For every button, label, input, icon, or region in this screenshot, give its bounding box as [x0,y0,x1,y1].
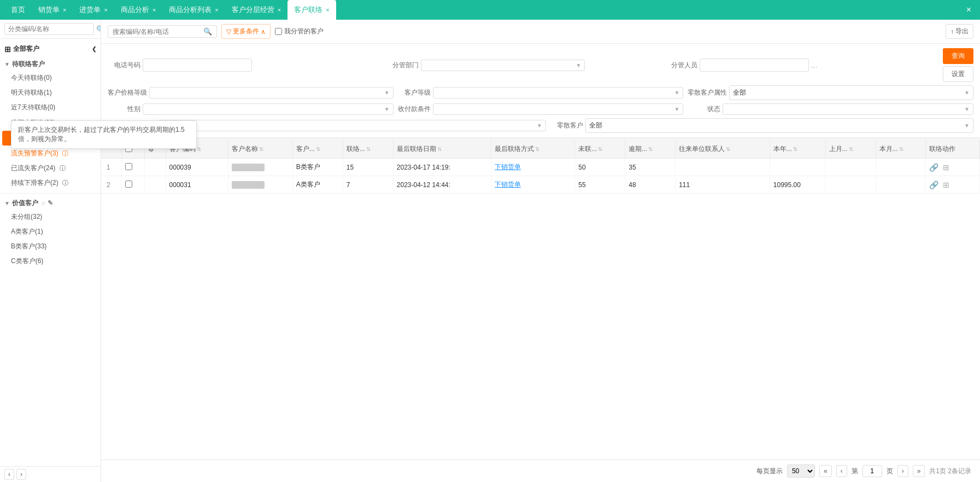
sort-contact-icon[interactable]: ⇅ [366,146,371,152]
retail-customer-select[interactable]: 全部 ▼ [585,118,973,133]
filter-person: 分管人员 ... [665,59,938,72]
sort-code-icon[interactable]: ⇅ [197,146,201,152]
nav-customer-segmentation[interactable]: 客户分层经营 × [225,0,287,20]
per-page-select[interactable]: 50 10 20 100 [787,464,815,478]
prev-page-button[interactable]: ‹ [836,465,847,477]
sidebar-item-class-b[interactable]: B类客户(33) [0,239,101,254]
close-product-analysis-icon[interactable]: × [152,0,156,20]
sort-overdue-icon[interactable]: ⇅ [648,146,653,152]
td-last-method: 下销货单 [491,176,575,194]
last-page-button[interactable]: » [913,465,925,477]
sidebar-item-unclassified[interactable]: 未分组(32) [0,210,101,224]
settings-button[interactable]: 设置 [943,66,973,82]
sort-year-icon[interactable]: ⇅ [793,146,797,152]
table-row: 1 000039 B类客户 15 2023-04-17 14:19: 下销货单 [101,159,980,176]
row-checkbox-2[interactable] [125,181,132,188]
payment-select[interactable]: ▼ [433,103,684,115]
phone-input[interactable] [143,59,252,72]
sidebar-item-7days-pending[interactable]: 近7天待联络(0) [0,100,101,115]
my-customers-checkbox[interactable] [275,28,282,35]
more-filter-button[interactable]: ▽ 更多条件 ∧ [221,24,271,39]
filter-retail-customer: 零散客户 全部 ▼ [550,118,973,133]
sort-name-icon[interactable]: ⇅ [259,146,263,152]
first-page-button[interactable]: « [819,465,832,477]
sidebar-item-lost[interactable]: 已流失客户(24) ⓘ [0,161,101,176]
window-close-button[interactable]: × [962,5,976,15]
sort-type-icon[interactable]: ⇅ [316,146,320,152]
person-more-icon[interactable]: ... [809,61,820,69]
sidebar-item-tomorrow-pending[interactable]: 明天待联络(1) [0,85,101,100]
grid-action-icon-2[interactable]: ⊞ [943,181,949,189]
lost-preview-info-icon[interactable]: ⓘ [62,150,68,156]
close-sales-order-icon[interactable]: × [63,0,66,20]
lost-info-icon[interactable]: ⓘ [60,165,66,171]
sort-this-month-icon[interactable]: ⇅ [899,146,903,152]
person-input[interactable] [700,59,809,72]
sidebar-item-declining[interactable]: 持续下滑客户(2) ⓘ [0,176,101,190]
nav-customer-contact[interactable]: 客户联络 × [287,0,336,20]
link-action-icon-1[interactable]: 🔗 [929,163,938,172]
sidebar-item-class-c[interactable]: C类客户(6) [0,254,101,269]
table-row: 2 000031 A类客户 7 2023-04-12 14:44: 下销货单 [101,176,980,194]
nav-sales-order[interactable]: 销货单 × [32,0,73,20]
th-name: 客户名称 ⇅ [228,140,293,159]
customer-level-select[interactable]: ▼ [433,87,684,98]
close-product-analysis-list-icon[interactable]: × [215,0,218,20]
sort-uncontacted-icon[interactable]: ⇅ [598,146,602,152]
close-customer-segmentation-icon[interactable]: × [278,0,281,20]
search-icon[interactable]: 🔍 [203,27,212,36]
sidebar-content: ⊞ 全部客户 ❮ ▼ 待联络客户 今天待联络(0) 明天待联络(1) 近7天待联… [0,39,101,466]
pending-group-title[interactable]: ▼ 待联络客户 [0,57,101,71]
td-uncontacted: 55 [575,176,625,194]
row-checkbox-1[interactable] [125,163,132,170]
status-select[interactable]: ▼ [723,103,973,115]
price-level-select[interactable]: ▼ [149,87,394,98]
declining-info-icon[interactable]: ⓘ [62,179,68,186]
retail-attr-select[interactable]: 全部 ▼ [729,85,973,100]
method-link-1[interactable]: 下销货单 [495,163,521,171]
all-customers-header[interactable]: ⊞ 全部客户 ❮ [0,41,101,57]
top-navigation: 首页 销货单 × 进货单 × 商品分析 × 商品分析列表 × 客户分层经营 × … [0,0,980,20]
nav-purchase-order[interactable]: 进货单 × [73,0,114,20]
dept-select[interactable]: ▼ [421,60,585,71]
sidebar-prev-icon[interactable]: ‹ [4,469,14,480]
method-link-2[interactable]: 下销货单 [495,181,521,188]
sort-last-month-icon[interactable]: ⇅ [849,146,853,152]
td-overdue: 48 [625,176,676,194]
sort-date-icon[interactable]: ⇅ [437,146,442,152]
export-button[interactable]: ↑ 导出 [946,24,973,39]
sort-method-icon[interactable]: ⇅ [535,146,539,152]
page-number-input[interactable] [862,465,882,477]
value-circle-icon: ○ [42,200,45,206]
sidebar-search-icon[interactable]: 🔍 [96,25,101,33]
customer-name-blurred-2 [232,181,265,189]
td-settings [144,176,166,194]
sidebar-search-input[interactable] [4,23,94,35]
sidebar-next-icon[interactable]: › [16,469,26,480]
value-group-title[interactable]: ▼ 价值客户 ○ ✎ [0,196,101,210]
td-this-year [770,159,825,176]
search-input[interactable] [113,28,201,36]
value-edit-icon[interactable]: ✎ [48,199,53,207]
sort-unit-icon[interactable]: ⇅ [726,146,730,152]
nav-product-analysis[interactable]: 商品分析 × [114,0,162,20]
nav-home[interactable]: 首页 [4,0,32,20]
next-page-button[interactable]: › [897,465,908,477]
td-unit-contact: 111 [676,176,770,194]
td-last-month [825,159,876,176]
sidebar-item-today-pending[interactable]: 今天待联络(0) [0,71,101,85]
close-customer-contact-icon[interactable]: × [326,0,329,20]
gender-select[interactable]: ▼ [143,103,394,115]
td-type: A类客户 [292,176,343,194]
sidebar-item-class-a[interactable]: A类客户(1) [0,224,101,239]
customer-type-select[interactable]: ▼ [158,120,546,131]
toolbar: 🔍 ▽ 更多条件 ∧ 我分管的客户 ↑ 导出 [101,20,980,44]
nav-product-analysis-list[interactable]: 商品分析列表 × [162,0,225,20]
close-purchase-order-icon[interactable]: × [104,0,107,20]
query-button[interactable]: 查询 [943,48,973,64]
td-name [228,176,293,194]
link-action-icon-2[interactable]: 🔗 [929,181,938,189]
th-this-month: 本月... ⇅ [876,140,926,159]
filter-area: 电话号码 分管部门 ▼ 分管人员 ... 查询 设置 [101,44,980,138]
grid-action-icon-1[interactable]: ⊞ [943,163,949,172]
